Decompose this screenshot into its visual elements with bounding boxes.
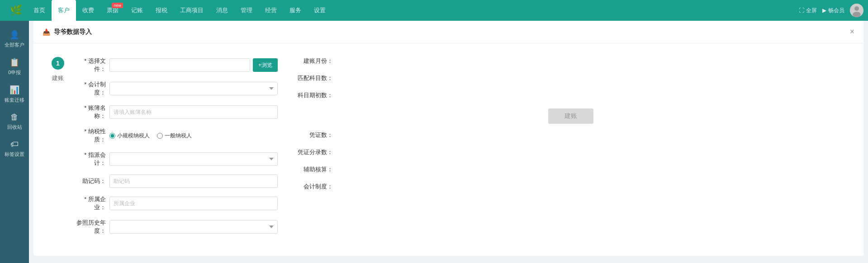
tax-small-radio[interactable] <box>109 133 115 139</box>
match-row: 匹配科目数： <box>296 74 845 82</box>
memo-label: 助记码： <box>73 177 109 185</box>
company-label: * 所属企业： <box>73 195 109 211</box>
accounting-label: * 会计制度： <box>73 80 109 97</box>
form-left: 1 建账 * 选择文件： +浏览 <box>52 57 278 242</box>
voucher-row: 凭证数： <box>296 131 845 139</box>
migration-icon: 📊 <box>9 85 19 95</box>
accountant-select[interactable] <box>109 152 278 166</box>
accountant-label: * 指派会计： <box>73 151 109 167</box>
sidebar-item-zero-declare[interactable]: 📋 0申报 <box>0 53 29 80</box>
month-row: 建账月份： <box>296 57 845 65</box>
nav-item-accounting[interactable]: 记账 <box>125 0 149 21</box>
svg-point-2 <box>853 12 861 17</box>
close-button[interactable]: × <box>849 27 854 37</box>
tax-label: * 纳税性质： <box>73 127 109 144</box>
form-body: * 选择文件： +浏览 * 会计制度： <box>73 57 278 242</box>
nav-item-tax[interactable]: 报税 <box>149 0 174 21</box>
nav-badge-new: new <box>112 3 123 8</box>
member-button[interactable]: ▶ 畅会员 <box>822 7 844 14</box>
nav-item-home[interactable]: 首页 <box>27 0 52 21</box>
nav-item-clients[interactable]: 客户 <box>52 0 76 21</box>
accounting-row: * 会计制度： <box>73 80 278 97</box>
recycle-icon: 🗑 <box>10 113 19 122</box>
form-right: 建账月份： 匹配科目数： 科目期初数： 建账 凭证 <box>296 57 845 242</box>
sidebar-item-all-clients[interactable]: 👤 全部客户 <box>0 25 29 53</box>
acc-system-row: 会计制度： <box>296 183 845 191</box>
nav-right: ⛶ 全屏 ▶ 畅会员 <box>799 4 863 17</box>
tax-general-label[interactable]: 一般纳税人 <box>157 132 192 140</box>
nav-item-service[interactable]: 服务 <box>283 0 308 21</box>
dialog-title: 📥 导爷数据导入 <box>43 28 92 36</box>
period-row: 科目期初数： <box>296 91 845 99</box>
nav-item-manage[interactable]: 管理 <box>234 0 259 21</box>
fullscreen-icon: ⛶ <box>799 7 804 14</box>
tax-general-radio[interactable] <box>157 133 163 139</box>
dialog-container: 📥 导爷数据导入 × 1 建账 * 选择文件： <box>33 21 863 256</box>
aux-label: 辅助核算： <box>296 165 337 174</box>
ledger-input[interactable] <box>109 105 278 119</box>
sidebar-item-migration[interactable]: 📊 账套迁移 <box>0 80 29 108</box>
browse-button[interactable]: +浏览 <box>253 58 278 72</box>
file-label: * 选择文件： <box>73 57 109 73</box>
history-label: 参照历史年度： <box>73 219 109 235</box>
memo-row: 助记码： <box>73 174 278 188</box>
top-navigation: 🌿 首页 客户 收费 票据 new 记账 报税 工商项目 消息 管理 经营 服务… <box>0 0 868 21</box>
nav-item-messages[interactable]: 消息 <box>210 0 234 21</box>
voucher-records-row: 凭证分录数： <box>296 148 845 156</box>
accountant-row: * 指派会计： <box>73 151 278 167</box>
step-text: 建账 <box>52 74 64 82</box>
step-section: 1 建账 * 选择文件： +浏览 <box>52 57 278 242</box>
nav-item-settings[interactable]: 设置 <box>308 0 332 21</box>
ledger-label: * 账簿名称： <box>73 104 109 120</box>
nav-items: 首页 客户 收费 票据 new 记账 报税 工商项目 消息 管理 经营 服务 设… <box>27 0 799 21</box>
nav-item-operation[interactable]: 经营 <box>259 0 283 21</box>
logo-area[interactable]: 🌿 <box>5 5 27 16</box>
all-clients-icon: 👤 <box>9 30 19 40</box>
history-row: 参照历史年度： <box>73 219 278 235</box>
file-input[interactable] <box>109 58 250 72</box>
nav-item-business[interactable]: 工商项目 <box>174 0 210 21</box>
nav-item-tickets[interactable]: 票据 new <box>100 0 125 21</box>
avatar[interactable] <box>850 4 863 17</box>
right-form: 建账月份： 匹配科目数： 科目期初数： 建账 凭证 <box>296 57 845 191</box>
sidebar-item-recycle[interactable]: 🗑 回收站 <box>0 108 29 135</box>
month-label: 建账月份： <box>296 57 337 65</box>
sidebar-item-tags[interactable]: 🏷 标签设置 <box>0 135 29 162</box>
tax-radio-group: 小规模纳税人 一般纳税人 <box>109 132 192 140</box>
voucher-label: 凭证数： <box>296 131 337 139</box>
acc-system-label: 会计制度： <box>296 183 337 191</box>
logo-icon: 🌿 <box>10 5 22 16</box>
company-input[interactable] <box>109 197 278 210</box>
nav-item-fees[interactable]: 收费 <box>76 0 100 21</box>
step-number: 1 <box>52 57 64 70</box>
create-button-area: 建账 <box>296 108 845 124</box>
main-content: 📥 导爷数据导入 × 1 建账 * 选择文件： <box>29 21 868 263</box>
sidebar: 👤 全部客户 📋 0申报 📊 账套迁移 🗑 回收站 🏷 标签设置 <box>0 21 29 263</box>
create-account-button[interactable]: 建账 <box>548 108 593 124</box>
voucher-records-label: 凭证分录数： <box>296 148 337 156</box>
svg-point-1 <box>854 6 859 11</box>
dialog-header: 📥 导爷数据导入 × <box>33 21 863 43</box>
tags-icon: 🏷 <box>10 140 19 149</box>
fullscreen-button[interactable]: ⛶ 全屏 <box>799 7 817 14</box>
file-row: * 选择文件： +浏览 <box>73 57 278 73</box>
accounting-select[interactable] <box>109 82 278 95</box>
memo-input[interactable] <box>109 174 278 188</box>
dialog-title-icon: 📥 <box>43 28 50 36</box>
history-select[interactable] <box>109 220 278 234</box>
tax-small-label[interactable]: 小规模纳税人 <box>109 132 150 140</box>
member-icon: ▶ <box>822 7 826 14</box>
form-area: 1 建账 * 选择文件： +浏览 <box>33 43 863 256</box>
company-row: * 所属企业： <box>73 195 278 211</box>
period-label: 科目期初数： <box>296 91 337 99</box>
aux-row: 辅助核算： <box>296 165 845 174</box>
match-label: 匹配科目数： <box>296 74 337 82</box>
tax-row: * 纳税性质： 小规模纳税人 一般纳税人 <box>73 127 278 144</box>
zero-declare-icon: 📋 <box>9 57 19 67</box>
ledger-row: * 账簿名称： <box>73 104 278 120</box>
